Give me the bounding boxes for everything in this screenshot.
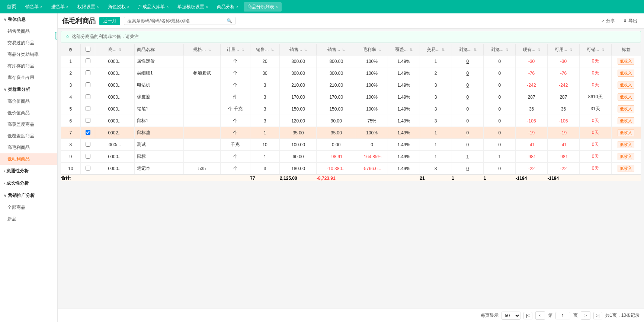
- nav-close-icon[interactable]: ×: [97, 5, 99, 9]
- nav-product-analysis-list[interactable]: 商品分析列表 ×: [244, 2, 282, 12]
- nav-product-inbound[interactable]: 产成品入库单 ×: [134, 2, 172, 12]
- row-checkbox[interactable]: [86, 70, 90, 75]
- nav-close-icon[interactable]: ×: [166, 5, 169, 9]
- row-browse1[interactable]: 0: [452, 79, 484, 91]
- row-browse1[interactable]: 0: [452, 91, 484, 103]
- browse1-link[interactable]: 0: [467, 71, 469, 76]
- sidebar-collapse-button[interactable]: «: [55, 32, 58, 39]
- row-check[interactable]: [80, 55, 95, 67]
- sort-icon[interactable]: ⇅: [474, 48, 477, 52]
- browse1-link[interactable]: 0: [467, 166, 469, 171]
- row-checkbox[interactable]: [86, 154, 90, 159]
- search-icon[interactable]: 🔍: [227, 18, 232, 23]
- sort-icon[interactable]: ⇅: [241, 48, 244, 52]
- search-input[interactable]: [127, 18, 227, 23]
- nav-close-icon[interactable]: ×: [276, 5, 278, 9]
- sort-icon[interactable]: ⇅: [537, 48, 540, 52]
- sidebar-item-low-profit[interactable]: 低毛利商品: [0, 153, 57, 165]
- settings-icon[interactable]: ⚙: [68, 47, 73, 52]
- sort-icon[interactable]: ⇅: [601, 48, 604, 52]
- sidebar-item-sales-goods[interactable]: 销售类商品: [0, 26, 57, 37]
- select-all-checkbox[interactable]: [86, 47, 90, 52]
- row-checkbox[interactable]: [86, 166, 90, 170]
- row-checkbox[interactable]: [86, 94, 90, 99]
- row-checkbox[interactable]: [86, 58, 90, 63]
- browse1-link[interactable]: 0: [467, 83, 469, 88]
- nav-close-icon[interactable]: ×: [40, 5, 42, 9]
- row-check[interactable]: [80, 115, 95, 127]
- export-button[interactable]: ⬇ 导出: [621, 17, 640, 25]
- page-size-select[interactable]: 50 100 200: [502, 312, 520, 320]
- row-check[interactable]: [80, 91, 95, 103]
- sort-icon[interactable]: ⇅: [505, 48, 508, 52]
- row-browse1[interactable]: 0: [452, 127, 484, 139]
- sidebar-item-low-value[interactable]: 低价值商品: [0, 107, 57, 119]
- sidebar-group-circulation[interactable]: › 流通性分析: [0, 165, 57, 177]
- nav-close-icon[interactable]: ×: [236, 5, 238, 9]
- next-page-button[interactable]: ＞: [581, 311, 590, 320]
- sort-icon[interactable]: ⇅: [208, 48, 211, 52]
- sort-icon[interactable]: ⇅: [342, 48, 345, 52]
- row-check[interactable]: [80, 79, 95, 91]
- prev-page-button[interactable]: ＜: [535, 311, 545, 320]
- sort-icon[interactable]: ⇅: [378, 48, 381, 52]
- col-header-unit[interactable]: 计量... ⇅: [221, 44, 250, 55]
- browse1-link[interactable]: 0: [467, 142, 469, 147]
- row-checkbox[interactable]: [86, 106, 90, 111]
- browse1-link[interactable]: 0: [467, 106, 469, 112]
- col-header-sales-price[interactable]: 销售... ⇅: [280, 44, 317, 55]
- sort-icon[interactable]: ⇅: [410, 48, 413, 52]
- row-check[interactable]: [80, 151, 95, 163]
- sidebar-item-traded-goods[interactable]: 交易过的商品: [0, 37, 57, 49]
- sidebar-item-stocked-goods[interactable]: 有库存的商品: [0, 60, 57, 72]
- row-browse1[interactable]: 0: [452, 67, 484, 79]
- col-header-tag[interactable]: 标签: [611, 44, 641, 55]
- row-browse1[interactable]: 0: [452, 115, 484, 127]
- browse1-link[interactable]: 0: [467, 118, 469, 124]
- last-page-button[interactable]: >|: [593, 312, 602, 319]
- sidebar-item-low-coverage[interactable]: 低覆盖度商品: [0, 130, 57, 142]
- nav-sales-order[interactable]: 销货单 ×: [22, 2, 46, 12]
- row-browse1[interactable]: 1: [452, 151, 484, 163]
- browse1-link[interactable]: 1: [467, 154, 469, 159]
- col-header-profit-rate[interactable]: 毛利率 ⇅: [356, 44, 388, 55]
- sidebar-group-marketing[interactable]: ∨ 营销推广分析: [0, 189, 57, 202]
- browse1-link[interactable]: 0: [467, 59, 469, 64]
- col-header-avail[interactable]: 可用... ⇅: [547, 44, 579, 55]
- sidebar-item-high-profit[interactable]: 高毛利商品: [0, 142, 57, 153]
- nav-purchase-order[interactable]: 进货单 ×: [48, 2, 72, 12]
- row-browse1[interactable]: 0: [452, 139, 484, 151]
- col-header-sales-profit[interactable]: 销售... ⇅: [317, 44, 356, 55]
- row-checkbox[interactable]: [86, 130, 90, 135]
- nav-close-icon[interactable]: ×: [66, 5, 68, 9]
- sort-icon[interactable]: ⇅: [271, 48, 274, 52]
- col-header-code[interactable]: 商... ⇅: [95, 44, 135, 55]
- sidebar-item-high-value[interactable]: 高价值商品: [0, 96, 57, 107]
- row-browse1[interactable]: 0: [452, 103, 484, 115]
- sort-icon[interactable]: ⇅: [442, 48, 445, 52]
- sidebar-item-all-goods[interactable]: 全部商品: [0, 202, 57, 213]
- row-check[interactable]: [80, 163, 95, 175]
- col-header-sales-qty[interactable]: 销售... ⇅: [250, 44, 280, 55]
- browse1-link[interactable]: 0: [467, 130, 469, 136]
- date-filter-button[interactable]: 近一月: [99, 17, 120, 25]
- col-header-browse2[interactable]: 浏览... ⇅: [484, 44, 516, 55]
- col-header-cover[interactable]: 覆盖... ⇅: [388, 44, 420, 55]
- col-header-spec[interactable]: 规格... ⇅: [184, 44, 221, 55]
- sidebar-item-stock-capital[interactable]: 库存资金占用: [0, 72, 57, 83]
- sort-icon[interactable]: ⇅: [569, 48, 572, 52]
- row-check[interactable]: [80, 139, 95, 151]
- col-header-sellable[interactable]: 可销... ⇅: [579, 44, 611, 55]
- row-checkbox[interactable]: [86, 82, 90, 87]
- sidebar-group-growth[interactable]: › 成长性分析: [0, 177, 57, 189]
- nav-product-analysis[interactable]: 商品分析 ×: [213, 2, 242, 12]
- row-browse1[interactable]: 0: [452, 55, 484, 67]
- nav-permission[interactable]: 权限设置 ×: [74, 2, 103, 12]
- browse1-link[interactable]: 0: [467, 95, 469, 100]
- col-header-current[interactable]: 现有... ⇅: [516, 44, 548, 55]
- row-check[interactable]: [80, 127, 95, 139]
- col-header-check[interactable]: [80, 44, 95, 55]
- share-button[interactable]: ↗ 分享: [599, 17, 617, 25]
- nav-home[interactable]: 首页: [3, 2, 20, 12]
- row-check[interactable]: [80, 103, 95, 115]
